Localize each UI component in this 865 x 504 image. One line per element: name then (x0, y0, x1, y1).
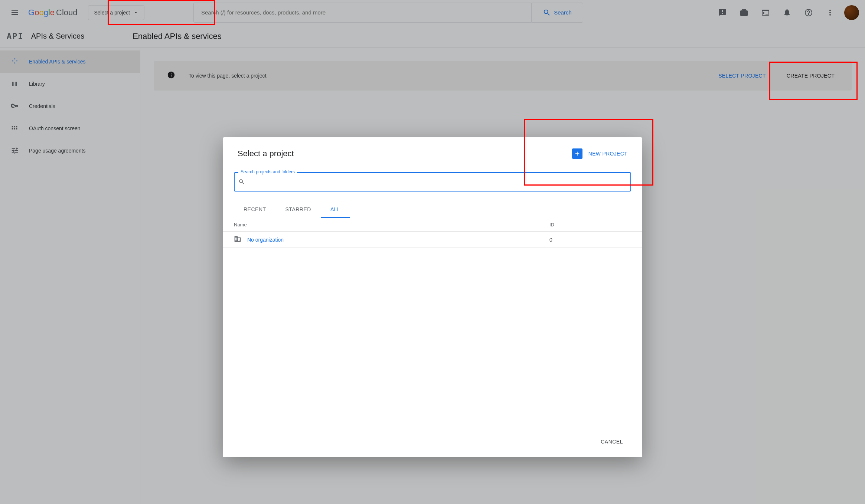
row-id-cell: 0 (549, 237, 631, 243)
project-search-label: Search projects and folders (238, 169, 297, 174)
text-cursor (249, 177, 249, 186)
new-project-icon (572, 148, 582, 159)
organization-icon (234, 235, 247, 244)
search-icon (238, 179, 245, 185)
table-row[interactable]: No organization 0 (223, 232, 642, 248)
no-organization-link[interactable]: No organization (247, 237, 284, 243)
tab-recent[interactable]: RECENT (234, 201, 276, 218)
modal-overlay[interactable]: Select a project NEW PROJECT Search proj… (0, 0, 865, 504)
select-project-dialog: Select a project NEW PROJECT Search proj… (223, 137, 642, 457)
dialog-header: Select a project NEW PROJECT (223, 148, 642, 159)
dialog-body-spacer (223, 248, 642, 433)
new-project-label: NEW PROJECT (588, 151, 627, 157)
cancel-button[interactable]: CANCEL (596, 436, 627, 448)
tab-starred[interactable]: STARRED (276, 201, 321, 218)
new-project-button[interactable]: NEW PROJECT (572, 148, 627, 159)
project-search-field[interactable]: Search projects and folders (234, 172, 631, 192)
row-name-cell: No organization (247, 237, 549, 243)
dialog-title: Select a project (238, 149, 572, 158)
dialog-tabs: RECENT STARRED ALL (223, 201, 642, 218)
project-table-header: Name ID (223, 218, 642, 232)
col-id-header: ID (549, 222, 631, 228)
col-name-header: Name (234, 222, 549, 228)
dialog-footer: CANCEL (223, 433, 642, 450)
project-search-input[interactable] (249, 173, 627, 191)
tab-all[interactable]: ALL (321, 201, 350, 218)
